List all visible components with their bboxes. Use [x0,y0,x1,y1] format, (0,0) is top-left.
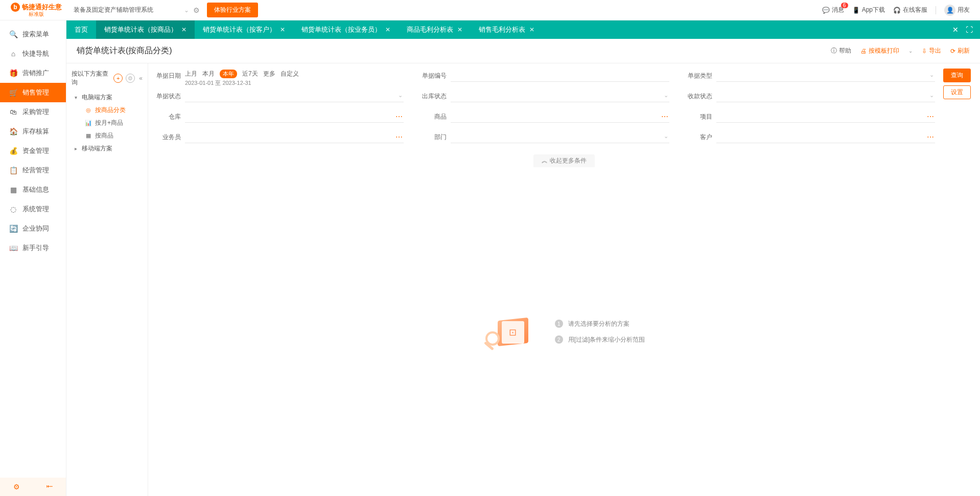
query-button[interactable]: 查询 [943,69,971,82]
sidebar-item-label: 经营管理 [22,166,49,175]
app-download-button[interactable]: 📱 App下载 [852,6,885,14]
project-picker[interactable]: ⋯ [716,110,935,123]
brand-icon: b [11,3,20,12]
settings-icon[interactable]: ⚙ [13,483,20,491]
sidebar-item-4[interactable]: 🛍采购管理 [0,102,66,122]
filter-area: 单据日期 上月本月本年近7天更多自定义 2023-01-01 至 2023-12… [148,63,980,496]
fullscreen-icon[interactable]: ⛶ [966,26,973,34]
close-icon[interactable]: ✕ [280,26,285,33]
plan-group-0[interactable]: ▾电脑端方案 [69,91,145,104]
tab-2[interactable]: 销货单统计表（按客户）✕ [195,20,293,39]
step-text: 用[过滤]条件来缩小分析范围 [568,335,645,344]
tab-1[interactable]: 销货单统计表（按商品）✕ [96,20,195,39]
collapse-plan-panel-icon[interactable]: « [139,75,143,82]
date-option-5[interactable]: 自定义 [281,70,299,78]
print-label: 按模板打印 [869,47,899,55]
export-button[interactable]: ⇩ 导出 [922,47,941,55]
warehouse-icon: 🏠 [9,127,17,136]
plan-item-0-0[interactable]: ◎按商品分类 [69,104,145,117]
doc-no-input[interactable] [451,70,669,82]
plan-item-0-1[interactable]: 📊按月+商品 [69,117,145,129]
plan-group-1[interactable]: ▸移动端方案 [69,142,145,155]
filter-product: 商品 ⋯ [418,110,669,129]
tab-4[interactable]: 商品毛利分析表✕ [399,20,471,39]
empty-illustration: ⊡ [483,309,540,355]
doc-status-select[interactable]: ⌄ [185,90,404,102]
sidebar-item-label: 新手引导 [22,243,49,253]
service-label: 在线客服 [903,6,927,14]
plan-settings-button[interactable]: ⚙ [126,74,135,83]
avatar-icon: 👤 [944,5,955,16]
sidebar-item-8[interactable]: ▦基础信息 [0,180,66,199]
product-picker[interactable]: ⋯ [451,110,669,123]
user-menu[interactable]: 👤 用友 [944,5,970,16]
sidebar-item-7[interactable]: 📋经营管理 [0,161,66,180]
sidebar-item-9[interactable]: ◌系统管理 [0,199,66,219]
tab-0[interactable]: 首页 [66,20,96,39]
sidebar-item-0[interactable]: 🔍搜索菜单 [0,25,66,44]
filter-actions: 查询 设置 [943,63,980,99]
online-service-button[interactable]: 🎧 在线客服 [893,6,927,14]
sidebar-item-label: 系统管理 [22,205,49,214]
close-icon[interactable]: ✕ [385,26,390,33]
sidebar-item-10[interactable]: 🔄企业协同 [0,219,66,238]
collapse-sidebar-icon[interactable]: ⭰ [46,483,53,491]
brand-logo: b 畅捷通好生意 标准版 [0,3,66,18]
add-plan-button[interactable]: + [113,74,123,83]
sidebar-item-3[interactable]: 🛒销售管理 [0,83,66,102]
tab-3[interactable]: 销货单统计表（按业务员）✕ [293,20,399,39]
grid-icon: ▦ [85,132,92,140]
salesman-picker[interactable]: ⋯ [185,131,404,143]
filter-label: 单据类型 [684,70,712,80]
sidebar-item-11[interactable]: 📖新手引导 [0,238,66,258]
topbar-right: 💬 消息 6 📱 App下载 🎧 在线客服 👤 用友 [822,5,980,16]
date-option-2[interactable]: 本年 [220,70,237,78]
collapse-filters-button[interactable]: ︽ 收起更多条件 [533,154,595,167]
plan-panel-title: 按以下方案查询 [72,70,110,87]
gear-icon[interactable]: ⚙ [193,6,200,14]
settings-button[interactable]: 设置 [943,85,971,99]
print-dropdown-icon[interactable]: ⌄ [908,48,913,54]
filter-label: 部门 [418,131,447,142]
date-option-0[interactable]: 上月 [185,70,197,78]
industry-plan-button[interactable]: 体验行业方案 [207,3,258,17]
close-icon[interactable]: ✕ [529,26,534,33]
warehouse-picker[interactable]: ⋯ [185,110,404,123]
sidebar-item-6[interactable]: 💰资金管理 [0,141,66,161]
chevron-down-icon: ⌄ [929,72,934,78]
search-icon: 🔍 [9,30,17,38]
filter-salesman: 业务员 ⋯ [152,131,404,149]
caret-right-icon: ▸ [75,146,80,151]
close-icon[interactable]: ✕ [181,26,186,33]
filter-project: 项目 ⋯ [684,110,935,129]
cog-icon: ◌ [9,205,17,213]
filter-warehouse: 仓库 ⋯ [152,110,404,129]
pay-status-select[interactable]: ⌄ [716,90,935,102]
refresh-button[interactable]: ⟳ 刷新 [950,47,970,55]
chevron-down-icon: ⌄ [664,92,668,99]
filter-label: 单据日期 [152,70,181,80]
out-status-select[interactable]: ⌄ [451,90,669,102]
close-all-tabs-icon[interactable]: ✕ [952,26,959,34]
tab-5[interactable]: 销售毛利分析表✕ [471,20,543,39]
chevron-down-icon: ⌄ [398,92,403,99]
help-button[interactable]: ⓘ 帮助 [831,47,851,55]
print-button[interactable]: 🖨 按模板打印 [860,47,899,55]
close-icon[interactable]: ✕ [457,26,462,33]
filter-label: 单据状态 [152,90,181,101]
more-icon: ⋯ [927,133,934,141]
date-option-1[interactable]: 本月 [202,70,215,78]
system-dropdown[interactable]: 装备及固定资产辅助管理系统 ⌄ [74,6,189,14]
messages-button[interactable]: 💬 消息 6 [822,6,844,14]
sidebar-item-2[interactable]: 🎁营销推广 [0,63,66,83]
department-select[interactable]: ⌄ [451,131,669,143]
chart-icon: 📊 [85,120,92,127]
customer-picker[interactable]: ⋯ [716,131,935,143]
date-option-3[interactable]: 近7天 [242,70,258,78]
more-icon: ⋯ [395,112,403,121]
sidebar-item-1[interactable]: ⌂快捷导航 [0,44,66,63]
sidebar-item-5[interactable]: 🏠库存核算 [0,122,66,141]
date-option-4[interactable]: 更多 [263,70,275,78]
doc-type-select[interactable]: ⌄ [716,70,935,82]
plan-item-0-2[interactable]: ▦按商品 [69,129,145,142]
